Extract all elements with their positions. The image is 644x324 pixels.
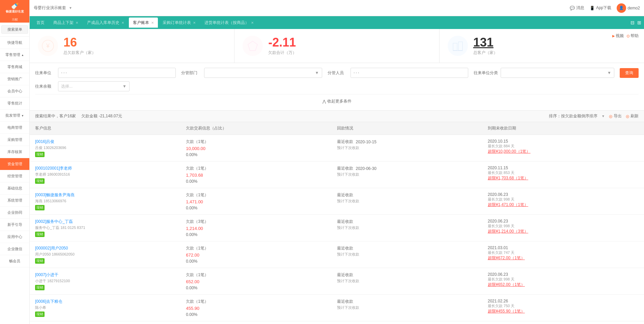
- query-button[interactable]: 查询: [620, 68, 639, 78]
- collapse-button[interactable]: ⋀ 收起更多条件: [35, 97, 639, 106]
- customer-name-link[interactable]: [0003]畅捷服务尹海燕: [35, 193, 75, 197]
- tab-stock-stats[interactable]: 进货单统计表（按商品） ✕: [200, 18, 258, 28]
- tab-product-shelf[interactable]: 商品上下架 ✕: [49, 18, 82, 28]
- dropdown-icon: ▼: [69, 6, 72, 10]
- dept-label: 分管部门: [181, 70, 201, 76]
- sidebar-item-enterprise-wechat[interactable]: 企业微信: [0, 243, 29, 255]
- main-area: 母婴行业演示账套 ▼ 💬 消息 📱 App下载 👤 demo2 首页: [30, 0, 644, 324]
- avatar: 👤: [617, 3, 626, 13]
- sidebar-item-inventory[interactable]: 库存核算: [0, 146, 29, 158]
- overdue-days: 最长欠款 853 天: [488, 170, 639, 175]
- overdue-amount-link[interactable]: 超限¥1,703.68（1笔）: [488, 176, 528, 180]
- person-input[interactable]: ···: [351, 68, 468, 78]
- table-row: [0001020001]李老师 李老师 18600391516 现销 欠款（1笔…: [30, 161, 644, 188]
- tab-close-product-shelf[interactable]: ✕: [76, 21, 78, 25]
- source-unit-input[interactable]: ···: [58, 68, 176, 78]
- next-pay-label: 预计下次收款: [337, 145, 488, 150]
- tab-purchase-order[interactable]: 采购订单统计表 ✕: [159, 18, 200, 28]
- sidebar-item-quick-nav[interactable]: 快捷导航: [0, 37, 29, 49]
- brand-label: 母婴行业演示账套: [34, 5, 66, 11]
- overdue-amount-link[interactable]: 超限¥1,471.00（1笔）: [488, 202, 528, 207]
- tab-home[interactable]: 首页: [32, 18, 49, 28]
- due-col: 2020.10.15 最长欠款 884 天 超限¥10,000.00（1笔）: [488, 139, 639, 154]
- customer-name-link[interactable]: [0016]吕俊: [35, 139, 54, 144]
- debt-info-col: 欠款（1笔） 672.00 0.00%: [186, 245, 337, 264]
- help-action[interactable]: ⊙ 帮助: [626, 33, 639, 39]
- tab-product-history[interactable]: 产成品入库单历史 ✕: [83, 18, 128, 28]
- filter-row-2: 往来余额 选择... ▼: [35, 81, 639, 91]
- balance-select[interactable]: 选择... ▼: [58, 81, 130, 91]
- export-button[interactable]: ◎ 导出: [609, 113, 622, 119]
- customer-name-link[interactable]: [0007]小进干: [35, 272, 58, 277]
- export-icon: ◎: [609, 114, 612, 119]
- customer-tag: 现销: [35, 258, 45, 264]
- debt-amount: 1,703.68: [186, 173, 337, 178]
- tab-close-stock-stats[interactable]: ✕: [251, 21, 254, 25]
- tab-close-purchase-order[interactable]: ✕: [193, 21, 196, 25]
- debt-percent: 0.00%: [186, 286, 337, 290]
- sidebar-item-newbie[interactable]: 新手引导: [0, 219, 29, 231]
- video-action[interactable]: ▶ 视频: [612, 33, 624, 39]
- tab-close-product-history[interactable]: ✕: [121, 21, 124, 25]
- stat-info-debt-customers: 16 总欠款客户（家）: [63, 36, 96, 56]
- table-row: [0016]吕俊 吕俊 13026203696 现销 欠款（1笔） 10,000…: [30, 135, 644, 161]
- customer-name-link[interactable]: [0006]去下粮仓: [35, 299, 62, 304]
- table-header: 客户信息 欠款交易信息（占比） 回款情况 到期未收款日期: [30, 122, 644, 135]
- search-menu-button[interactable]: 搜索菜单: [1, 25, 28, 34]
- stats-row: ¥ 16 总欠款客户（家） -2.11 欠款合计（万）: [30, 29, 644, 63]
- debt-count: 欠款（3笔）: [186, 219, 337, 225]
- topbar: 母婴行业演示账套 ▼ 💬 消息 📱 App下载 👤 demo2: [30, 0, 644, 16]
- sidebar-item-basic-info[interactable]: 基础信息: [0, 182, 29, 195]
- unit-category-select[interactable]: ▼: [501, 68, 614, 78]
- tabs-minimize-icon[interactable]: ⊟: [631, 20, 635, 25]
- sidebar-item-finance[interactable]: 资金管理: [0, 158, 29, 170]
- filter-balance: 往来余额 选择... ▼: [35, 81, 130, 91]
- sidebar-item-retail-stats[interactable]: 零售统计: [0, 97, 29, 110]
- due-col: 2021.03.01 最长欠款 747 天 超限¥672.00（1笔）: [488, 245, 639, 261]
- dept-select[interactable]: ▼: [204, 68, 322, 78]
- table-row: [0002]服务中心_丁磊 服务中心_丁磊 181 0125 8371 现销 欠…: [30, 215, 644, 241]
- sidebar-item-retail-mgmt[interactable]: 零售管理 ▲: [0, 49, 29, 61]
- sidebar-item-chang-member[interactable]: 畅会员: [0, 255, 29, 267]
- sidebar-item-operation[interactable]: 经营管理: [0, 170, 29, 182]
- due-date: 2021.02.26: [488, 299, 639, 303]
- message-button[interactable]: 💬 消息: [570, 5, 584, 11]
- debt-info-col: 欠款（1笔） 1,471.00 0.00%: [186, 192, 337, 210]
- sidebar-item-enterprise-coop[interactable]: 企业协同: [0, 207, 29, 219]
- overdue-amount-link[interactable]: 超限¥10,000.00（1笔）: [488, 149, 531, 154]
- customer-name-link[interactable]: [000002]用户2050: [35, 246, 68, 251]
- sidebar-item-system[interactable]: 系统管理: [0, 195, 29, 207]
- overdue-amount-link[interactable]: 超限¥1,214.00（3笔）: [488, 229, 528, 234]
- overdue-amount-link[interactable]: 超限¥455.90（1笔）: [488, 309, 525, 314]
- refresh-button[interactable]: ◎ 刷新: [626, 113, 639, 119]
- sort-chevron-icon: ▼: [601, 114, 605, 118]
- tab-customer-account[interactable]: 客户账本 ✕: [129, 18, 158, 28]
- customer-name-link[interactable]: [0001020001]李老师: [35, 166, 72, 171]
- result-actions: 排序：按欠款金额倒序排序 ▼ ◎ 导出 ◎ 刷新: [549, 113, 639, 119]
- next-pay-label: 预计下次收款: [337, 199, 488, 204]
- sidebar-item-retail-mall[interactable]: 零售商城: [0, 61, 29, 73]
- debt-customers-label: 总欠款客户（家）: [63, 50, 96, 56]
- col-header-customer: 客户信息: [35, 125, 186, 131]
- sidebar-item-marketing[interactable]: 营销推广: [0, 73, 29, 85]
- sidebar-item-app-center[interactable]: 应用中心: [0, 231, 29, 243]
- table-row: [0007]小进干 小进干 18279152100 现销 欠款（1笔） 652.…: [30, 268, 644, 295]
- tabs-expand-icon[interactable]: ⊞: [637, 20, 641, 25]
- debt-amount: 10,000.00: [186, 146, 337, 151]
- sidebar-item-purchase[interactable]: 采购管理: [0, 134, 29, 146]
- app-download-button[interactable]: 📱 App下载: [590, 5, 611, 11]
- page-content: ¥ 16 总欠款客户（家） -2.11 欠款合计（万）: [30, 29, 644, 324]
- user-avatar-area[interactable]: 👤 demo2: [617, 3, 640, 13]
- debt-count: 欠款（1笔）: [186, 299, 337, 304]
- sidebar-item-member[interactable]: 会员中心: [0, 85, 29, 97]
- tab-close-customer-account[interactable]: ✕: [151, 21, 154, 25]
- overdue-amount-link[interactable]: 超限¥672.00（1笔）: [488, 256, 525, 260]
- data-table: 客户信息 欠款交易信息（占比） 回款情况 到期未收款日期 [0016]吕俊 吕俊…: [30, 122, 644, 324]
- total-customers-label: 总客户（家）: [473, 50, 498, 56]
- last-pay-label: 最近收款: [337, 219, 353, 225]
- overdue-amount-link[interactable]: 超限¥652.00（1笔）: [488, 282, 525, 287]
- customer-name-link[interactable]: [0002]服务中心_丁磊: [35, 219, 73, 224]
- due-date: 2020.11.15: [488, 166, 639, 170]
- sidebar-item-ecommerce[interactable]: 电商管理: [0, 122, 29, 134]
- sidebar-item-wholesale[interactable]: 批发管理 ▼: [0, 110, 29, 122]
